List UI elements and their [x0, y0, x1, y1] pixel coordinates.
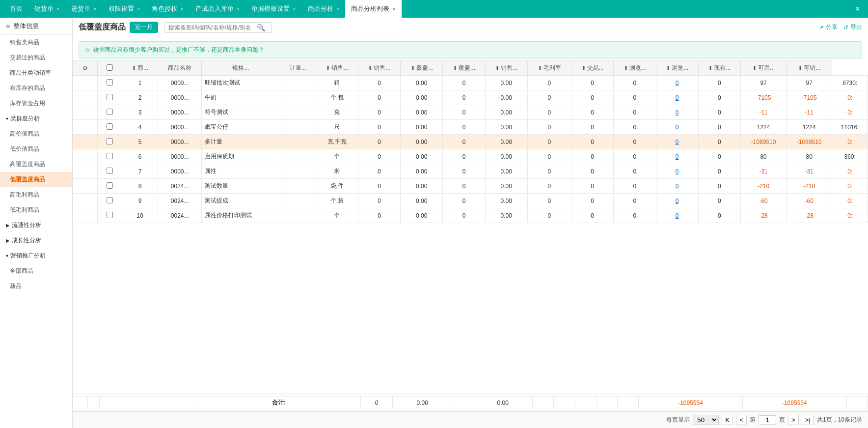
row-select-checkbox[interactable]: [107, 79, 113, 86]
row-checkbox[interactable]: [98, 76, 122, 90]
row-browse1[interactable]: 0: [656, 120, 698, 135]
browse-link[interactable]: 0: [676, 124, 679, 131]
row-name[interactable]: 启用保质期: [202, 149, 280, 164]
close-icon[interactable]: ×: [56, 6, 59, 12]
row-browse1[interactable]: 0: [656, 105, 698, 120]
close-icon[interactable]: ×: [93, 6, 96, 12]
next-page-button[interactable]: >: [788, 415, 799, 425]
close-icon[interactable]: ×: [237, 6, 240, 12]
row-name[interactable]: 牛奶: [202, 90, 280, 105]
row-checkbox[interactable]: [98, 105, 122, 120]
row-select-checkbox[interactable]: [107, 138, 113, 144]
sidebar-header-overall[interactable]: « 整体信息: [0, 18, 72, 35]
row-select-checkbox[interactable]: [107, 197, 113, 203]
window-close-button[interactable]: ×: [851, 4, 864, 14]
row-checkbox[interactable]: [98, 149, 122, 164]
row-select-checkbox[interactable]: [107, 94, 113, 100]
row-select-checkbox[interactable]: [107, 212, 113, 218]
prev-page-button[interactable]: <: [736, 415, 747, 425]
sidebar-item-high-value[interactable]: 高价值商品: [0, 126, 72, 142]
browse-link[interactable]: 0: [676, 198, 679, 204]
row-browse1[interactable]: 0: [656, 135, 698, 149]
close-icon[interactable]: ×: [180, 6, 183, 12]
nav-product-inbound[interactable]: 产成品入库单 ×: [190, 0, 245, 18]
close-icon[interactable]: ×: [293, 6, 296, 12]
col-settings[interactable]: ⚙: [73, 61, 98, 76]
row-checkbox[interactable]: [98, 179, 122, 194]
sidebar-item-new-goods[interactable]: 新品: [0, 279, 72, 294]
first-page-button[interactable]: K: [722, 415, 733, 425]
sidebar-item-stock-funds[interactable]: 库存资金占用: [0, 96, 72, 111]
row-name[interactable]: 测试数量: [202, 179, 280, 194]
row-checkbox[interactable]: [98, 194, 122, 208]
sidebar-item-traded-goods[interactable]: 交易过的商品: [0, 50, 72, 65]
browse-link[interactable]: 0: [676, 94, 679, 101]
sidebar-group-coverage[interactable]: ▾ 类群度分析: [0, 111, 72, 126]
row-select-checkbox[interactable]: [107, 123, 113, 130]
sidebar-item-high-margin[interactable]: 高毛利商品: [0, 187, 72, 202]
row-name[interactable]: 符号测试: [202, 105, 280, 120]
sidebar-item-low-coverage[interactable]: 低覆盖度商品: [0, 172, 72, 187]
row-name[interactable]: 测试提成: [202, 194, 280, 208]
nav-purchase-order[interactable]: 进货单 ×: [65, 0, 102, 18]
sidebar-item-in-stock[interactable]: 有库存的商品: [0, 81, 72, 96]
settings-icon[interactable]: ⚙: [82, 65, 88, 72]
sidebar-item-all-goods[interactable]: 全部商品: [0, 263, 72, 279]
col-checkbox-header[interactable]: [98, 61, 122, 76]
browse-link[interactable]: 0: [676, 153, 679, 160]
sidebar-item-low-margin[interactable]: 低毛利商品: [0, 202, 72, 218]
row-browse1[interactable]: 0: [656, 76, 698, 90]
row-checkbox[interactable]: [98, 135, 122, 149]
browse-link[interactable]: 0: [676, 183, 679, 190]
close-icon[interactable]: ×: [137, 6, 140, 12]
nav-template-settings[interactable]: 单据模板设置 ×: [245, 0, 301, 18]
row-name[interactable]: 眠宝公仔: [202, 120, 280, 135]
browse-link[interactable]: 0: [676, 109, 679, 116]
row-checkbox[interactable]: [98, 120, 122, 135]
row-name[interactable]: 属性: [202, 164, 280, 179]
row-name[interactable]: 旺铺批次测试: [202, 76, 280, 90]
row-browse1[interactable]: 0: [656, 149, 698, 164]
nav-product-analysis-list[interactable]: 商品分析列表 ×: [345, 0, 401, 18]
row-name[interactable]: 属性价格打印测试: [202, 208, 280, 223]
export-button[interactable]: ↺ 导出: [843, 23, 862, 31]
current-page-input[interactable]: [759, 415, 776, 425]
row-select-checkbox[interactable]: [107, 182, 113, 189]
nav-product-analysis[interactable]: 商品分析 ×: [302, 0, 345, 18]
nav-permissions[interactable]: 权限设置 ×: [103, 0, 146, 18]
sidebar-group-growth[interactable]: ▶ 成长性分析: [0, 233, 72, 248]
browse-link[interactable]: 0: [676, 212, 679, 219]
row-checkbox[interactable]: [98, 208, 122, 223]
search-icon[interactable]: 🔍: [257, 24, 265, 31]
browse-link[interactable]: 0: [676, 80, 679, 86]
share-button[interactable]: ↗ 分享: [819, 23, 838, 31]
sidebar-item-low-value[interactable]: 低价值商品: [0, 142, 72, 157]
row-browse1[interactable]: 0: [656, 164, 698, 179]
row-name[interactable]: 多计量: [202, 135, 280, 149]
sidebar-item-sales-goods[interactable]: 销售类商品: [0, 35, 72, 50]
sidebar-item-category-rate[interactable]: 商品分类动销率: [0, 65, 72, 81]
row-checkbox[interactable]: [98, 90, 122, 105]
search-input[interactable]: [168, 24, 257, 31]
row-select-checkbox[interactable]: [107, 168, 113, 174]
row-browse1[interactable]: 0: [656, 194, 698, 208]
nav-role-auth[interactable]: 角色授权 ×: [146, 0, 189, 18]
sidebar-item-high-coverage[interactable]: 高覆盖度商品: [0, 157, 72, 172]
sidebar-group-flow[interactable]: ▶ 流通性分析: [0, 218, 72, 233]
nav-home[interactable]: 首页: [4, 0, 28, 18]
last-page-button[interactable]: >|: [802, 415, 814, 425]
select-all-checkbox[interactable]: [107, 64, 113, 71]
browse-link[interactable]: 0: [676, 139, 679, 145]
row-browse1[interactable]: 0: [656, 179, 698, 194]
close-icon[interactable]: ×: [336, 6, 339, 12]
close-icon[interactable]: ×: [392, 6, 395, 12]
row-browse1[interactable]: 0: [656, 208, 698, 223]
row-browse1[interactable]: 0: [656, 90, 698, 105]
sidebar-group-marketing[interactable]: ▾ 营销推广分析: [0, 248, 72, 263]
browse-link[interactable]: 0: [676, 168, 679, 175]
row-select-checkbox[interactable]: [107, 109, 113, 115]
row-select-checkbox[interactable]: [107, 153, 113, 159]
per-page-select[interactable]: 50 10 20 100: [693, 415, 719, 425]
row-checkbox[interactable]: [98, 164, 122, 179]
filter-recent-month-button[interactable]: 近一月: [130, 22, 158, 33]
